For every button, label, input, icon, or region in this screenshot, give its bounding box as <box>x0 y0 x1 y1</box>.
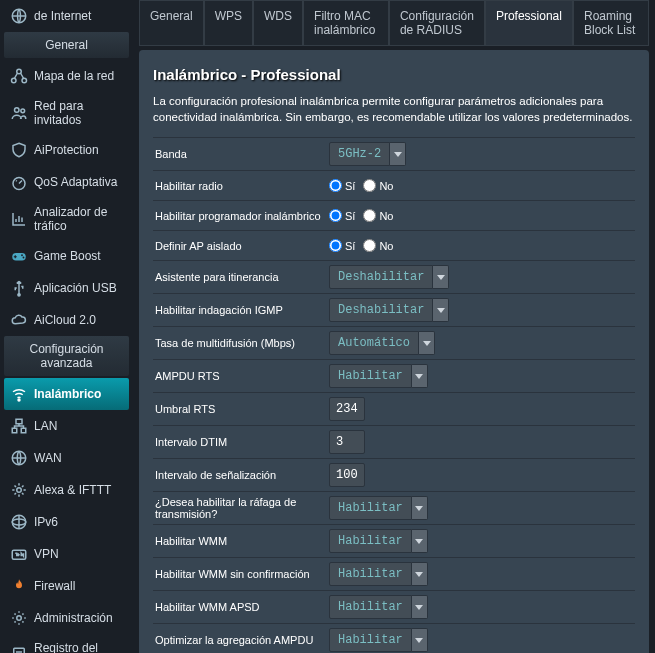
sidebar-item-guest-network[interactable]: Red para invitados <box>4 92 129 134</box>
sidebar-item-label: AiCloud 2.0 <box>34 313 96 327</box>
form-control: Sí No <box>329 209 635 222</box>
sidebar-item-label: Game Boost <box>34 249 101 263</box>
sidebar-item-label: LAN <box>34 419 57 433</box>
form-label: Habilitar programador inalámbrico <box>153 210 329 222</box>
select-value: Habilitar <box>329 595 412 619</box>
form-control: Habilitar <box>329 529 635 553</box>
svg-point-20 <box>17 616 22 621</box>
radio-no[interactable]: No <box>363 239 393 252</box>
form-row: Habilitar WMM sin confirmaciónHabilitar <box>153 557 635 590</box>
select[interactable]: Habilitar <box>329 595 428 619</box>
select[interactable]: Automático <box>329 331 435 355</box>
form-label: Optimizar la agregación AMPDU <box>153 634 329 646</box>
sidebar-item-label: de Internet <box>34 9 91 23</box>
form-label: Tasa de multidifusión (Mbps) <box>153 337 329 349</box>
select-value: 5GHz-2 <box>329 142 390 166</box>
select[interactable]: Deshabilitar <box>329 265 449 289</box>
select[interactable]: Habilitar <box>329 562 428 586</box>
form-label: Banda <box>153 148 329 160</box>
sidebar-item-internet-partial[interactable]: de Internet <box>4 0 129 32</box>
text-input[interactable] <box>329 397 365 421</box>
sidebar-item-usb-app[interactable]: Aplicación USB <box>4 272 129 304</box>
radio-yes[interactable]: Sí <box>329 239 355 252</box>
svg-point-5 <box>21 109 25 113</box>
page-title: Inalámbrico - Professional <box>153 60 635 93</box>
form-control: Deshabilitar <box>329 298 635 322</box>
form-control <box>329 463 635 487</box>
tab-wps[interactable]: WPS <box>204 0 253 46</box>
select[interactable]: Habilitar <box>329 628 428 652</box>
select-value: Habilitar <box>329 529 412 553</box>
radio-no[interactable]: No <box>363 179 393 192</box>
chevron-down-icon <box>412 595 428 619</box>
sidebar-item-game-boost[interactable]: Game Boost <box>4 240 129 272</box>
sidebar-item-alexa-ifttt[interactable]: Alexa & IFTTT <box>4 474 129 506</box>
tabs: GeneralWPSWDSFiltro MAC inalámbricoConfi… <box>139 0 649 46</box>
sidebar-item-adaptive-qos[interactable]: QoS Adaptativa <box>4 166 129 198</box>
globe-icon <box>10 7 28 25</box>
sidebar-item-wan[interactable]: WAN <box>4 442 129 474</box>
tab-mac-filter[interactable]: Filtro MAC inalámbrico <box>303 0 389 46</box>
sidebar-item-aicloud[interactable]: AiCloud 2.0 <box>4 304 129 336</box>
chevron-down-icon <box>419 331 435 355</box>
svg-point-8 <box>21 254 23 256</box>
network-map-icon <box>10 67 28 85</box>
form-label: Umbral RTS <box>153 403 329 415</box>
sidebar-item-lan[interactable]: LAN <box>4 410 129 442</box>
sidebar-item-label: IPv6 <box>34 515 58 529</box>
section-advanced-title: Configuración avanzada <box>4 336 129 376</box>
svg-point-3 <box>22 78 27 83</box>
text-input[interactable] <box>329 463 365 487</box>
svg-rect-14 <box>21 428 26 433</box>
tab-wds[interactable]: WDS <box>253 0 303 46</box>
sidebar-item-firewall[interactable]: Firewall <box>4 570 129 602</box>
form-label: Intervalo DTIM <box>153 436 329 448</box>
svg-point-2 <box>12 78 17 83</box>
radio-yes[interactable]: Sí <box>329 209 355 222</box>
form-row: Habilitar WMMHabilitar <box>153 524 635 557</box>
sidebar-item-system-log[interactable]: Registro del sistema <box>4 634 129 653</box>
aicloud-icon <box>10 311 28 329</box>
radio-yes[interactable]: Sí <box>329 179 355 192</box>
svg-point-11 <box>18 399 20 401</box>
tab-general[interactable]: General <box>139 0 204 46</box>
tab-radius[interactable]: Configuración de RADIUS <box>389 0 485 46</box>
text-input[interactable] <box>329 430 365 454</box>
form-row: Tasa de multidifusión (Mbps)Automático <box>153 326 635 359</box>
select[interactable]: Deshabilitar <box>329 298 449 322</box>
tab-roaming-block[interactable]: Roaming Block List <box>573 0 649 46</box>
chevron-down-icon <box>412 529 428 553</box>
chevron-down-icon <box>412 562 428 586</box>
form-row: ¿Desea habilitar la ráfaga de transmisió… <box>153 491 635 524</box>
tab-professional[interactable]: Professional <box>485 0 573 46</box>
sidebar-item-traffic-analyzer[interactable]: Analizador de tráfico <box>4 198 129 240</box>
form-control <box>329 430 635 454</box>
form-row: Intervalo de señalización <box>153 458 635 491</box>
sidebar-item-administration[interactable]: Administración <box>4 602 129 634</box>
form-control: Habilitar <box>329 628 635 652</box>
sidebar-item-aiprotection[interactable]: AiProtection <box>4 134 129 166</box>
section-general-title: General <box>4 32 129 58</box>
select[interactable]: Habilitar <box>329 364 428 388</box>
ipv6-icon <box>10 513 28 531</box>
select[interactable]: Habilitar <box>329 529 428 553</box>
sidebar-item-label: Analizador de tráfico <box>34 205 123 233</box>
sidebar-item-ipv6[interactable]: IPv6 <box>4 506 129 538</box>
sidebar-item-label: AiProtection <box>34 143 99 157</box>
sidebar-item-label: Mapa de la red <box>34 69 114 83</box>
select-value: Habilitar <box>329 562 412 586</box>
sidebar-item-network-map[interactable]: Mapa de la red <box>4 60 129 92</box>
sidebar-item-vpn[interactable]: VPN <box>4 538 129 570</box>
form-control: Deshabilitar <box>329 265 635 289</box>
form-control: Sí No <box>329 179 635 192</box>
svg-rect-13 <box>12 428 17 433</box>
radio-no[interactable]: No <box>363 209 393 222</box>
form-control <box>329 397 635 421</box>
select-value: Automático <box>329 331 419 355</box>
traffic-analyzer-icon <box>10 210 28 228</box>
form-row: Definir AP aislado Sí No <box>153 230 635 260</box>
sidebar-item-wireless[interactable]: Inalámbrico <box>4 378 129 410</box>
select[interactable]: Habilitar <box>329 496 428 520</box>
select[interactable]: 5GHz-2 <box>329 142 406 166</box>
form-control: Habilitar <box>329 595 635 619</box>
